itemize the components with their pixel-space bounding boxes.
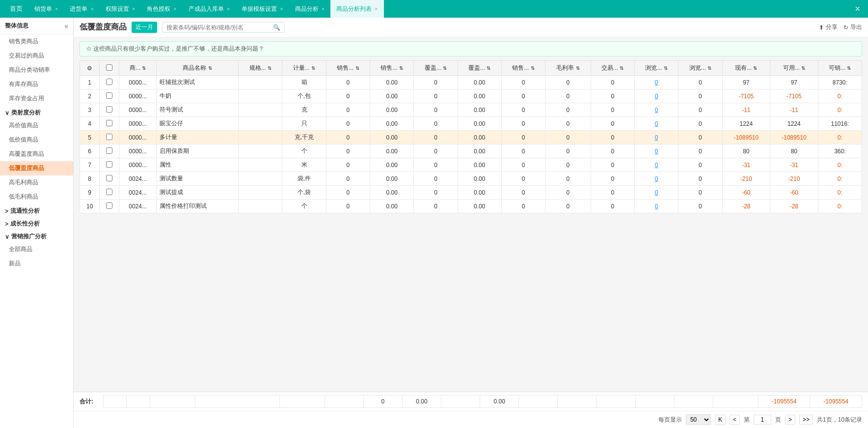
sidebar-group-liquidity[interactable]: > 流通性分析 bbox=[0, 204, 73, 217]
row-checkbox[interactable] bbox=[100, 131, 119, 144]
page-size-select[interactable]: 50 100 bbox=[686, 414, 711, 425]
nav-permissions[interactable]: 权限设置 × bbox=[100, 0, 141, 18]
sidebar-group-marketing[interactable]: ∨ 营销推广分析 bbox=[0, 229, 73, 242]
row-select-checkbox[interactable] bbox=[106, 175, 112, 181]
row-select-checkbox[interactable] bbox=[106, 161, 112, 168]
row-browse1[interactable]: 0 bbox=[634, 76, 678, 89]
row-browse1[interactable]: 0 bbox=[634, 89, 678, 103]
first-page-button[interactable]: K bbox=[715, 415, 726, 425]
row-num: 2 bbox=[80, 89, 100, 103]
row-select-checkbox[interactable] bbox=[106, 92, 112, 99]
col-sales-amt[interactable]: 销售... ⇅ bbox=[370, 61, 414, 76]
row-select-checkbox[interactable] bbox=[106, 106, 112, 113]
page-number-input[interactable] bbox=[754, 415, 771, 425]
row-browse1[interactable]: 0 bbox=[634, 144, 678, 158]
col-coverage2[interactable]: 覆盖... ⇅ bbox=[458, 61, 501, 76]
row-browse1[interactable]: 0 bbox=[634, 158, 678, 172]
col-unit[interactable]: 计量... ⇅ bbox=[282, 61, 326, 76]
nav-analysis-list[interactable]: 商品分析列表 × bbox=[330, 0, 383, 18]
row-checkbox[interactable] bbox=[100, 144, 119, 158]
row-checkbox[interactable] bbox=[100, 103, 119, 117]
sidebar-group-category[interactable]: ∨ 类射度分析 bbox=[0, 106, 73, 118]
sidebar-item-traded-goods[interactable]: 交易过的商品 bbox=[0, 49, 73, 63]
nav-products-close[interactable]: × bbox=[227, 6, 230, 12]
nav-analysis-close[interactable]: × bbox=[322, 6, 325, 12]
nav-roles-close[interactable]: × bbox=[173, 6, 176, 12]
col-code[interactable]: 商... ⇅ bbox=[119, 61, 157, 76]
row-checkbox[interactable] bbox=[100, 158, 119, 172]
row-checkbox[interactable] bbox=[100, 172, 119, 186]
col-saleable[interactable]: 可销... ⇅ bbox=[818, 61, 862, 76]
row-saleable: 0: bbox=[818, 172, 862, 186]
row-checkbox[interactable] bbox=[100, 186, 119, 200]
search-input[interactable] bbox=[166, 24, 271, 31]
sidebar-item-low-value[interactable]: 低价值商品 bbox=[0, 133, 73, 147]
row-browse1[interactable]: 0 bbox=[634, 200, 678, 213]
row-checkbox[interactable] bbox=[100, 117, 119, 131]
sidebar-item-low-coverage[interactable]: 低覆盖度商品 bbox=[0, 161, 73, 175]
sidebar-item-sales-goods[interactable]: 销售类商品 bbox=[0, 34, 73, 49]
sidebar-collapse-button[interactable]: « bbox=[64, 22, 68, 30]
row-select-checkbox[interactable] bbox=[106, 147, 112, 154]
nav-sales-close[interactable]: × bbox=[55, 6, 58, 12]
row-select-checkbox[interactable] bbox=[106, 134, 112, 140]
col-browse2[interactable]: 浏览... ⇅ bbox=[678, 61, 722, 76]
sidebar-group-growth[interactable]: > 成长性分析 bbox=[0, 217, 73, 229]
sidebar-item-inventory-goods[interactable]: 有库存商品 bbox=[0, 77, 73, 91]
row-checkbox[interactable] bbox=[100, 89, 119, 103]
col-coverage1[interactable]: 覆盖... ⇅ bbox=[414, 61, 458, 76]
col-current[interactable]: 现有... ⇅ bbox=[722, 61, 770, 76]
last-page-button[interactable]: >> bbox=[799, 415, 813, 425]
nav-templates[interactable]: 单据模板设置 × bbox=[236, 0, 289, 18]
row-browse1[interactable]: 0 bbox=[634, 186, 678, 200]
row-browse1[interactable]: 0 bbox=[634, 131, 678, 144]
nav-purchase[interactable]: 进货单 × bbox=[64, 0, 99, 18]
row-browse1[interactable]: 0 bbox=[634, 172, 678, 186]
sidebar-item-inventory-capital[interactable]: 库存资金占用 bbox=[0, 91, 73, 106]
nav-products[interactable]: 产成品入库单 × bbox=[183, 0, 236, 18]
nav-analysis[interactable]: 商品分析 × bbox=[289, 0, 330, 18]
nav-purchase-close[interactable]: × bbox=[90, 6, 93, 12]
sidebar-item-new-goods[interactable]: 新品 bbox=[0, 257, 73, 271]
col-sales-other[interactable]: 销售... ⇅ bbox=[501, 61, 545, 76]
sidebar-item-high-margin[interactable]: 高毛利商品 bbox=[0, 175, 73, 190]
prev-page-button[interactable]: < bbox=[730, 415, 740, 425]
sidebar-item-category-rate[interactable]: 商品分类动销率 bbox=[0, 63, 73, 77]
row-select-checkbox[interactable] bbox=[106, 189, 112, 195]
row-browse1[interactable]: 0 bbox=[634, 103, 678, 117]
nav-home[interactable]: 首页 bbox=[4, 0, 28, 18]
nav-analysis-list-close[interactable]: × bbox=[375, 6, 378, 12]
row-select-checkbox[interactable] bbox=[106, 120, 112, 126]
row-cov2: 0.00 bbox=[458, 144, 501, 158]
nav-templates-close[interactable]: × bbox=[280, 6, 283, 12]
data-table: ⚙ 商... ⇅ 商品名称 ⇅ 规格... ⇅ 计量... ⇅ 销售... ⇅ … bbox=[80, 60, 862, 213]
col-browse1[interactable]: 浏览... ⇅ bbox=[634, 61, 678, 76]
share-button[interactable]: ⬆ 分享 bbox=[819, 23, 838, 31]
sidebar-item-low-margin[interactable]: 低毛利商品 bbox=[0, 190, 73, 204]
row-select-checkbox[interactable] bbox=[106, 79, 112, 85]
next-page-button[interactable]: > bbox=[785, 415, 795, 425]
sidebar-item-high-value[interactable]: 高价值商品 bbox=[0, 118, 73, 133]
nav-sales[interactable]: 销货单 × bbox=[28, 0, 64, 18]
col-available[interactable]: 可用... ⇅ bbox=[770, 61, 818, 76]
col-spec[interactable]: 规格... ⇅ bbox=[239, 61, 282, 76]
col-setting[interactable]: ⚙ bbox=[80, 61, 100, 76]
select-all-checkbox[interactable] bbox=[106, 64, 112, 71]
row-checkbox[interactable] bbox=[100, 200, 119, 213]
sidebar-item-all-goods[interactable]: 全部商品 bbox=[0, 242, 73, 257]
export-button[interactable]: ↻ 导出 bbox=[843, 23, 862, 31]
nav-roles[interactable]: 角色授权 × bbox=[141, 0, 182, 18]
row-select-checkbox[interactable] bbox=[106, 202, 112, 209]
search-icon[interactable]: 🔍 bbox=[273, 24, 280, 31]
sidebar-item-high-coverage[interactable]: 高覆盖度商品 bbox=[0, 147, 73, 161]
col-gross-rate[interactable]: 毛利率 ⇅ bbox=[545, 61, 591, 76]
row-browse1[interactable]: 0 bbox=[634, 117, 678, 131]
window-close-button[interactable]: × bbox=[851, 4, 864, 14]
col-checkbox[interactable] bbox=[100, 61, 119, 76]
col-sales-qty[interactable]: 销售... ⇅ bbox=[326, 61, 370, 76]
period-button[interactable]: 近一月 bbox=[132, 22, 157, 33]
col-transaction[interactable]: 交易... ⇅ bbox=[591, 61, 634, 76]
col-name[interactable]: 商品名称 ⇅ bbox=[157, 61, 239, 76]
nav-permissions-close[interactable]: × bbox=[132, 6, 135, 12]
row-checkbox[interactable] bbox=[100, 76, 119, 89]
